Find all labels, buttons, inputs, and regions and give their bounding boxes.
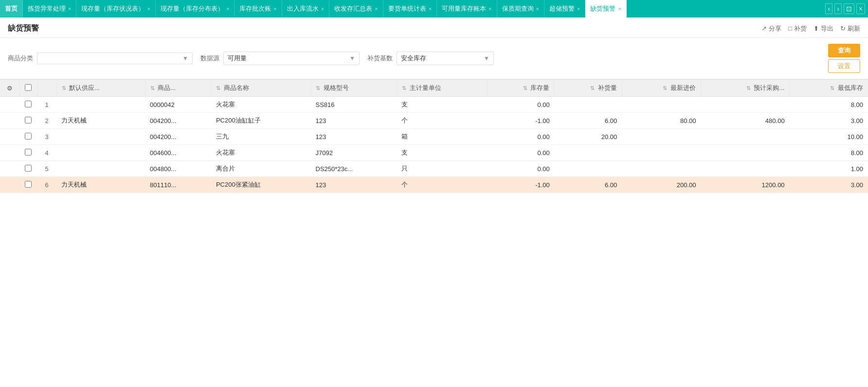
th-unit[interactable]: ⇅ 主计量单位 — [397, 80, 487, 97]
row-product-name-5: PC200张紧油缸 — [211, 177, 311, 193]
nav-tab-overstock-label: 超储预警 — [549, 4, 575, 13]
th-inventory[interactable]: ⇅ 库存量 — [487, 80, 554, 97]
nav-tab-in-out-flow[interactable]: 出入库流水 × — [282, 0, 329, 18]
nav-tab-expiry-query[interactable]: 保质期查询 × — [497, 0, 544, 18]
inventory-sort-icon: ⇅ — [523, 85, 527, 91]
refresh-icon: ↻ — [840, 25, 846, 32]
row-est-purchase-5: 1200.00 — [701, 177, 790, 193]
table-row: 3 004200... 三九 123 箱 0.00 20.00 10.00 — [0, 129, 868, 145]
row-product-name-2: 三九 — [211, 129, 311, 145]
row-check-5[interactable] — [25, 181, 32, 188]
row-replenish-1: 6.00 — [555, 113, 622, 129]
row-product-code-0: 0000042 — [145, 97, 211, 113]
th-number — [37, 80, 56, 97]
row-latest-price-5: 200.00 — [622, 177, 701, 193]
th-product-name[interactable]: ⇅ 商品名称 — [211, 80, 311, 97]
row-product-name-3: 火花塞 — [211, 145, 311, 161]
settings-button[interactable]: 设置 — [828, 59, 860, 73]
nav-prev-btn[interactable]: ‹ — [825, 3, 832, 14]
nav-tab-in-out-flow-close[interactable]: × — [321, 6, 324, 12]
nav-tab-home[interactable]: 首页 — [0, 0, 23, 18]
category-select[interactable]: ▼ — [37, 53, 193, 64]
row-checkbox-5[interactable] — [19, 177, 37, 193]
row-check-3[interactable] — [25, 149, 32, 156]
export-icon: ⬆ — [814, 25, 819, 32]
row-min-stock-0: 8.00 — [790, 97, 868, 113]
nav-tab-receipt-summary-label: 收发存汇总表 — [334, 4, 372, 13]
row-check-2[interactable] — [25, 133, 32, 140]
row-est-purchase-4 — [701, 161, 790, 177]
row-checkbox-2[interactable] — [19, 129, 37, 145]
row-product-name-0: 火花塞 — [211, 97, 311, 113]
nav-tab-overstock[interactable]: 超储预警 × — [544, 0, 585, 18]
export-button[interactable]: ⬆ 导出 — [814, 24, 833, 33]
nav-tab-order-stats[interactable]: 要货单统计表 × — [383, 0, 437, 18]
row-check-4[interactable] — [25, 165, 32, 172]
query-button[interactable]: 查询 — [828, 44, 860, 57]
row-checkbox-4[interactable] — [19, 161, 37, 177]
th-spec[interactable]: ⇅ 规格型号 — [311, 80, 397, 97]
row-checkbox-0[interactable] — [19, 97, 37, 113]
replenish-button[interactable]: □ 补货 — [788, 24, 807, 33]
th-latest-price[interactable]: ⇅ 最新进价 — [622, 80, 701, 97]
row-est-purchase-2 — [701, 129, 790, 145]
row-latest-price-3 — [622, 145, 701, 161]
nav-tab-inventory-status-close[interactable]: × — [147, 6, 150, 12]
row-checkbox-3[interactable] — [19, 145, 37, 161]
nav-next-btn[interactable]: › — [834, 3, 842, 14]
row-replenish-2: 20.00 — [555, 129, 622, 145]
nav-tab-available-ledger[interactable]: 可用量库存账本 × — [437, 0, 497, 18]
nav-tab-receipt-summary-close[interactable]: × — [375, 6, 378, 12]
nav-tab-inventory-dist[interactable]: 现存量（库存分布表） × — [156, 0, 235, 18]
row-latest-price-0 — [622, 97, 701, 113]
th-est-purchase[interactable]: ⇅ 预计采购... — [701, 80, 790, 97]
nav-tab-receipt-summary[interactable]: 收发存汇总表 × — [329, 0, 383, 18]
nav-tab-expiry-query-close[interactable]: × — [536, 6, 539, 12]
nav-tab-overstock-close[interactable]: × — [577, 6, 580, 12]
row-inventory-4: 0.00 — [487, 161, 554, 177]
th-setting[interactable]: ⚙ — [0, 80, 19, 97]
table-container: ⚙ ⇅ 默认供应... ⇅ 商品... ⇅ — [0, 79, 868, 193]
row-check-1[interactable] — [25, 117, 32, 123]
row-checkbox-1[interactable] — [19, 113, 37, 129]
row-check-0[interactable] — [25, 101, 32, 107]
nav-tab-shortage[interactable]: 缺货预警 × — [585, 0, 626, 18]
row-spec-3: J7092 — [311, 145, 397, 161]
nav-controls: ‹ › ⊡ × — [822, 3, 868, 14]
th-supplier[interactable]: ⇅ 默认供应... — [56, 80, 145, 97]
nav-tab-order-stats-close[interactable]: × — [429, 6, 432, 12]
row-supplier-1: 力天机械 — [56, 113, 145, 129]
row-product-code-5: 801110... — [145, 177, 211, 193]
export-label: 导出 — [821, 24, 833, 33]
nav-tab-available-ledger-close[interactable]: × — [488, 6, 491, 12]
row-est-purchase-0 — [701, 97, 790, 113]
row-min-stock-3: 8.00 — [790, 145, 868, 161]
nav-restore-btn[interactable]: ⊡ — [844, 3, 854, 14]
select-all-checkbox[interactable] — [25, 84, 32, 91]
category-label: 商品分类 — [8, 54, 33, 63]
replenish-base-select[interactable]: 安全库存 ▼ — [397, 52, 494, 65]
nav-tab-inventory-dist-close[interactable]: × — [226, 6, 229, 12]
nav-tab-inventory-status[interactable]: 现存量（库存状况表） × — [76, 0, 155, 18]
datasource-select[interactable]: 可用量 ▼ — [223, 52, 360, 65]
table-row: 4 004600... 火花塞 J7092 支 0.00 8.00 — [0, 145, 868, 161]
nav-tab-abnormal-close[interactable]: × — [68, 6, 71, 12]
row-num-2: 3 — [37, 129, 56, 145]
nav-close-btn[interactable]: × — [856, 3, 865, 14]
th-min-stock[interactable]: ⇅ 最低库存 — [790, 80, 868, 97]
refresh-button[interactable]: ↻ 刷新 — [840, 24, 860, 33]
nav-tab-batch-account-close[interactable]: × — [273, 6, 276, 12]
settings-gear-icon[interactable]: ⚙ — [7, 85, 13, 92]
share-button[interactable]: ↗ 分享 — [761, 24, 781, 33]
nav-tab-abnormal[interactable]: 拣货异常处理 × — [23, 0, 76, 18]
datasource-value: 可用量 — [228, 54, 345, 63]
nav-tab-shortage-close[interactable]: × — [618, 6, 621, 12]
nav-tab-batch-account[interactable]: 库存批次账 × — [235, 0, 282, 18]
latest-price-sort-icon: ⇅ — [663, 85, 667, 91]
th-product-code[interactable]: ⇅ 商品... — [145, 80, 211, 97]
th-replenish[interactable]: ⇅ 补货量 — [555, 80, 622, 97]
data-table: ⚙ ⇅ 默认供应... ⇅ 商品... ⇅ — [0, 79, 868, 193]
page-content: 缺货预警 ↗ 分享 □ 补货 ⬆ 导出 ↻ 刷新 商品分类 — [0, 18, 868, 387]
filter-actions: 查询 设置 — [828, 44, 860, 73]
row-spec-0: SS816 — [311, 97, 397, 113]
